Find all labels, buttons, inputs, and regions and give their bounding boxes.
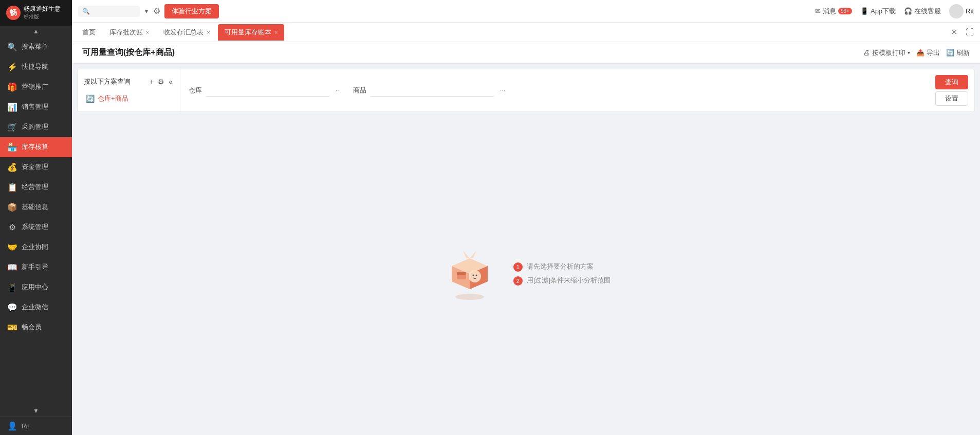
refresh-icon: 🔄 bbox=[946, 49, 954, 56]
empty-content: 1 请先选择要分析的方案 2 用[过滤]条件来缩小分析范围 bbox=[441, 245, 611, 302]
sidebar-item-purchase[interactable]: 🛒 采购管理 bbox=[0, 117, 72, 137]
scroll-down-button[interactable]: ▼ bbox=[0, 405, 72, 417]
sidebar-item-label: 资金管理 bbox=[22, 162, 48, 172]
export-btn[interactable]: 📤 导出 bbox=[916, 48, 940, 58]
handshake-icon: 🤝 bbox=[7, 242, 17, 252]
search-dropdown-button[interactable]: ▾ bbox=[144, 8, 149, 15]
app-download-action[interactable]: 📱 App下载 bbox=[860, 7, 896, 16]
svg-point-7 bbox=[472, 274, 474, 276]
app-badge: 标准版 bbox=[24, 13, 61, 21]
avatar bbox=[949, 4, 964, 18]
sidebar-item-sales[interactable]: 📊 销售管理 bbox=[0, 97, 72, 117]
sidebar-item-basic[interactable]: 📦 基础信息 bbox=[0, 197, 72, 217]
scheme-collapse-button[interactable]: « bbox=[168, 77, 174, 87]
page-title: 可用量查询(按仓库+商品) bbox=[82, 47, 175, 58]
search-box[interactable]: 🔍 bbox=[78, 6, 140, 17]
lightning-icon: ⚡ bbox=[7, 62, 17, 72]
sidebar-item-label: 应用中心 bbox=[22, 282, 48, 292]
tab-summary-close[interactable]: × bbox=[207, 29, 210, 35]
tip-num-1: 1 bbox=[513, 262, 523, 272]
industry-btn[interactable]: 体验行业方案 bbox=[164, 4, 219, 18]
sidebar-item-label: 企业微信 bbox=[22, 302, 48, 312]
svg-rect-5 bbox=[457, 272, 466, 275]
fullscreen-button[interactable]: ⛶ bbox=[964, 26, 976, 39]
online-service-label: 在线客服 bbox=[914, 7, 941, 16]
print-btn[interactable]: 🖨 按模板打印 ▾ bbox=[863, 48, 910, 58]
tab-available[interactable]: 可用量库存账本 × bbox=[218, 24, 284, 41]
scheme-actions: + ⚙ « bbox=[149, 77, 174, 87]
sidebar-item-newbie[interactable]: 📖 新手引导 bbox=[0, 257, 72, 277]
sidebar-item-finance[interactable]: 💰 资金管理 bbox=[0, 157, 72, 177]
warehouse-label: 仓库 bbox=[189, 86, 202, 95]
scroll-up-button[interactable]: ▲ bbox=[0, 26, 72, 37]
sidebar-item-inventory[interactable]: 🏪 库存核算 bbox=[0, 137, 72, 157]
svg-point-0 bbox=[455, 294, 484, 300]
query-button[interactable]: 查询 bbox=[935, 75, 968, 89]
message-action[interactable]: ✉ 消息 99+ bbox=[815, 7, 852, 16]
scheme-settings-button[interactable]: ⚙ bbox=[157, 77, 165, 87]
svg-marker-10 bbox=[470, 251, 476, 258]
warehouse-input[interactable] bbox=[206, 84, 329, 97]
sidebar-item-marketing[interactable]: 🎁 营销推广 bbox=[0, 77, 72, 97]
scheme-item-icon: 🔄 bbox=[86, 94, 95, 103]
mobile-icon: 📱 bbox=[7, 282, 17, 292]
sidebar-logo[interactable]: 畅 畅康通好生意 标准版 bbox=[0, 0, 72, 26]
sidebar-bottom[interactable]: 👤 Rit bbox=[0, 417, 72, 435]
sidebar-item-label: 系统管理 bbox=[22, 222, 48, 232]
tab-home[interactable]: 首页 bbox=[76, 24, 102, 41]
sidebar-item-label: 销售管理 bbox=[22, 102, 48, 111]
export-icon: 📤 bbox=[916, 49, 924, 56]
store-icon: 🏪 bbox=[7, 142, 17, 152]
scheme-item-warehouse-product[interactable]: 🔄 仓库+商品 bbox=[78, 91, 180, 106]
sidebar-item-operation[interactable]: 📋 经营管理 bbox=[0, 177, 72, 197]
tip-item-2: 2 用[过滤]条件来缩小分析范围 bbox=[513, 276, 611, 286]
chart-icon: 📊 bbox=[7, 102, 17, 112]
scheme-add-button[interactable]: + bbox=[149, 77, 155, 87]
close-all-tabs-button[interactable]: ✕ bbox=[949, 25, 959, 39]
refresh-btn[interactable]: 🔄 刷新 bbox=[946, 48, 970, 58]
warehouse-more-button[interactable]: ··· bbox=[334, 87, 343, 94]
print-chevron-icon: ▾ bbox=[908, 50, 910, 55]
scheme-header-label: 按以下方案查询 bbox=[84, 77, 131, 86]
tab-summary[interactable]: 收发存汇总表 × bbox=[157, 24, 216, 41]
tab-available-close[interactable]: × bbox=[274, 29, 278, 35]
tip-num-2: 2 bbox=[513, 276, 523, 286]
message-badge: 99+ bbox=[838, 8, 852, 14]
gear-icon: ⚙ bbox=[7, 222, 17, 232]
sidebar-item-label: 采购管理 bbox=[22, 122, 48, 131]
sidebar-item-label: 库存核算 bbox=[22, 142, 48, 152]
logo-text-block: 畅康通好生意 标准版 bbox=[24, 5, 61, 21]
cart-icon: 🛒 bbox=[7, 122, 17, 132]
sidebar-item-search[interactable]: 🔍 搜索菜单 bbox=[0, 37, 72, 57]
svg-marker-9 bbox=[463, 251, 470, 258]
sidebar-item-wechat[interactable]: 💬 企业微信 bbox=[0, 297, 72, 317]
user-profile[interactable]: Rit bbox=[949, 4, 974, 18]
empty-illustration bbox=[441, 245, 498, 302]
filter-scheme-panel: 按以下方案查询 + ⚙ « 🔄 仓库+商品 bbox=[78, 69, 180, 111]
page-actions: 🖨 按模板打印 ▾ 📤 导出 🔄 刷新 bbox=[863, 48, 970, 58]
product-more-button[interactable]: ··· bbox=[498, 87, 507, 94]
filter-actions: 查询 设置 bbox=[929, 69, 974, 111]
tip-text-2: 用[过滤]条件来缩小分析范围 bbox=[527, 276, 611, 285]
ticket-icon: 🎫 bbox=[7, 323, 17, 332]
tab-batch-label: 库存批次账 bbox=[109, 28, 143, 37]
sidebar-item-shortcut[interactable]: ⚡ 快捷导航 bbox=[0, 57, 72, 77]
tip-item-1: 1 请先选择要分析的方案 bbox=[513, 262, 611, 272]
search-icon: 🔍 bbox=[82, 8, 90, 15]
sidebar-item-label: 企业协同 bbox=[22, 242, 48, 252]
tab-batch[interactable]: 库存批次账 × bbox=[103, 24, 156, 41]
online-service-action[interactable]: 🎧 在线客服 bbox=[904, 7, 941, 16]
scheme-item-label: 仓库+商品 bbox=[98, 94, 128, 103]
box-icon: 📦 bbox=[7, 202, 17, 212]
product-input[interactable] bbox=[371, 84, 494, 97]
sidebar-item-corp[interactable]: 🤝 企业协同 bbox=[0, 237, 72, 257]
gift-icon: 🎁 bbox=[7, 82, 17, 92]
sidebar-item-member[interactable]: 🎫 畅会员 bbox=[0, 317, 72, 337]
sidebar-item-system[interactable]: ⚙ 系统管理 bbox=[0, 217, 72, 237]
tabs-bar: 首页 库存批次账 × 收发存汇总表 × 可用量库存账本 × ✕ ⛶ bbox=[72, 23, 980, 42]
sidebar-item-label: 畅会员 bbox=[22, 323, 42, 332]
topbar-gear-icon[interactable]: ⚙ bbox=[153, 6, 160, 16]
tab-batch-close[interactable]: × bbox=[146, 29, 149, 35]
sidebar-item-appcenter[interactable]: 📱 应用中心 bbox=[0, 277, 72, 297]
settings-button[interactable]: 设置 bbox=[935, 91, 968, 106]
